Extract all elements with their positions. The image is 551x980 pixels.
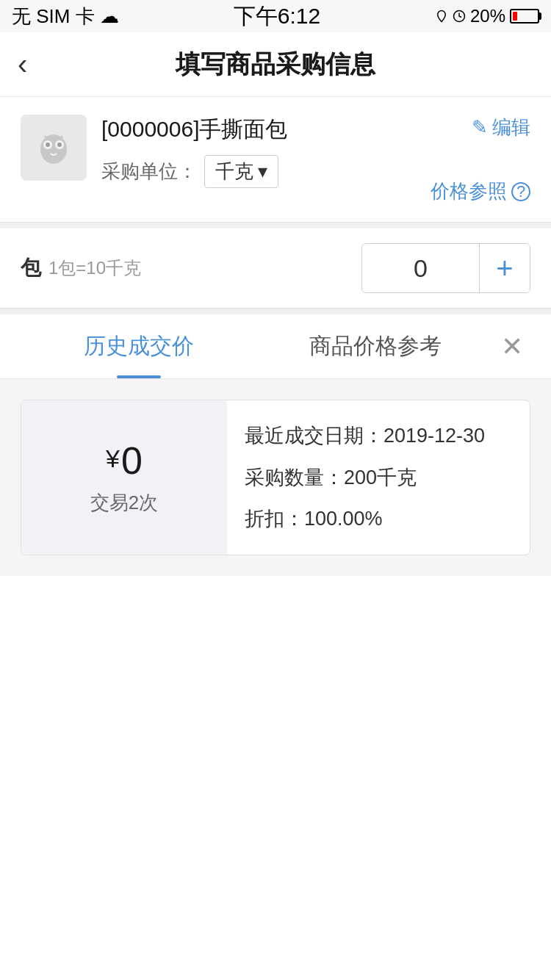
product-name: [0000006]手撕面包 xyxy=(101,115,287,145)
tab-close-button[interactable]: ✕ xyxy=(494,331,530,362)
edit-button[interactable]: ✎ 编辑 xyxy=(472,115,530,140)
history-trades: 交易2次 xyxy=(90,490,158,516)
svg-point-5 xyxy=(57,143,62,147)
edit-label: 编辑 xyxy=(492,115,530,140)
quantity-plus-button[interactable]: + xyxy=(480,243,530,293)
tab-indicator xyxy=(117,375,161,378)
battery-icon xyxy=(510,9,539,24)
price-symbol: ¥ xyxy=(106,444,120,473)
detail-date-value: 2019-12-30 xyxy=(383,425,485,447)
product-logo-icon xyxy=(32,126,76,170)
tab-section: 历史成交价 商品价格参考 ✕ ¥ 0 交易2次 最近成交日期：2019-12-3… xyxy=(0,314,551,576)
status-right: 20% xyxy=(435,6,539,26)
detail-discount-label: 折扣： xyxy=(245,508,304,530)
main-content-area xyxy=(0,576,551,981)
back-button[interactable]: ‹ xyxy=(18,48,62,81)
history-price-display: ¥ 0 xyxy=(106,439,143,483)
status-bar: 无 SIM 卡 ☁ 下午6:12 20% xyxy=(0,0,551,32)
price-ref-label: 价格参照 xyxy=(431,179,507,204)
detail-qty-value: 200千克 xyxy=(344,466,417,489)
product-image xyxy=(21,115,87,181)
history-card: ¥ 0 交易2次 最近成交日期：2019-12-30 采购数量：200千克 折扣… xyxy=(21,400,530,555)
detail-date-label: 最近成交日期： xyxy=(245,425,383,447)
location-icon xyxy=(435,10,448,23)
nav-bar: ‹ 填写商品采购信息 xyxy=(0,32,551,97)
status-left: 无 SIM 卡 ☁ xyxy=(12,4,119,29)
history-price-panel: ¥ 0 交易2次 xyxy=(21,400,227,555)
clock-icon xyxy=(453,10,466,23)
svg-point-4 xyxy=(46,143,50,147)
quantity-conversion: 1包=10千克 xyxy=(48,256,141,280)
product-unit-row: 采购单位： 千克 ▾ xyxy=(101,155,287,188)
tab1-label: 历史成交价 xyxy=(84,331,194,361)
tab2-label: 商品价格参考 xyxy=(309,331,442,361)
tab-product-price-ref[interactable]: 商品价格参考 xyxy=(257,314,494,378)
quantity-controls: + xyxy=(361,243,530,293)
history-detail-date: 最近成交日期：2019-12-30 xyxy=(245,421,512,451)
price-ref-button[interactable]: 价格参照 ? xyxy=(431,179,530,204)
tab-header: 历史成交价 商品价格参考 ✕ xyxy=(0,314,551,379)
history-details-panel: 最近成交日期：2019-12-30 采购数量：200千克 折扣：100.00% xyxy=(227,400,530,555)
history-detail-discount: 折扣：100.00% xyxy=(245,504,512,534)
edit-icon: ✎ xyxy=(472,116,488,139)
dropdown-icon: ▾ xyxy=(258,160,267,183)
quantity-label: 包 1包=10千克 xyxy=(21,254,141,282)
quantity-section: 包 1包=10千克 + xyxy=(0,228,551,309)
unit-label: 采购单位： xyxy=(101,159,197,184)
svg-point-1 xyxy=(40,134,67,164)
page-title: 填写商品采购信息 xyxy=(176,48,375,82)
product-section: [0000006]手撕面包 采购单位： 千克 ▾ ✎ 编辑 价格参照 ? xyxy=(0,97,551,223)
tab-history-price[interactable]: 历史成交价 xyxy=(21,314,257,378)
status-time: 下午6:12 xyxy=(234,1,320,32)
price-ref-icon: ? xyxy=(511,182,530,201)
history-detail-qty: 采购数量：200千克 xyxy=(245,463,512,493)
quantity-unit: 包 xyxy=(21,254,41,282)
detail-discount-value: 100.00% xyxy=(304,508,383,530)
detail-qty-label: 采购数量： xyxy=(245,466,344,489)
unit-value: 千克 xyxy=(215,159,253,184)
battery-percent: 20% xyxy=(470,6,505,26)
signal-text: 无 SIM 卡 ☁ xyxy=(12,4,119,29)
unit-select[interactable]: 千克 ▾ xyxy=(204,155,278,188)
price-value: 0 xyxy=(121,439,143,483)
quantity-input[interactable] xyxy=(362,243,480,293)
tab-content: ¥ 0 交易2次 最近成交日期：2019-12-30 采购数量：200千克 折扣… xyxy=(0,379,551,576)
